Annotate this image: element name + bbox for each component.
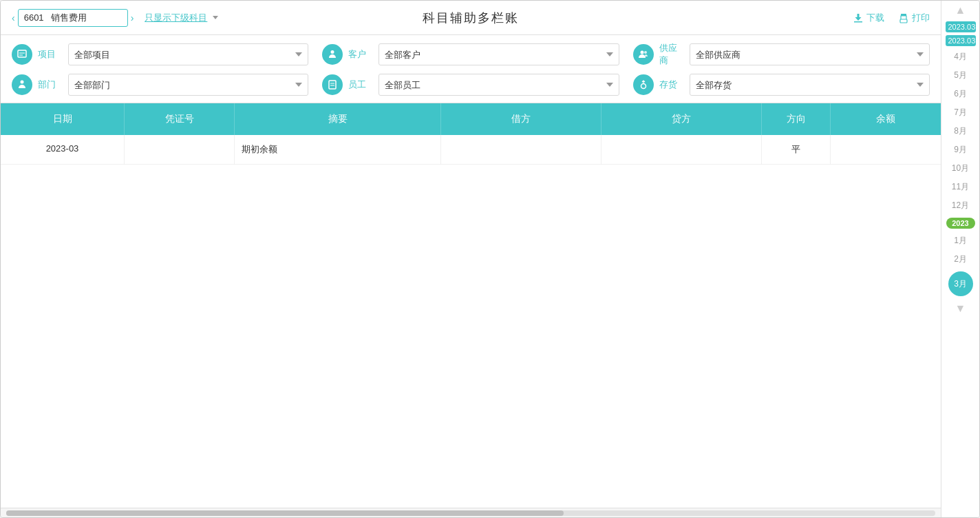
cell-summary: 期初余额: [235, 135, 441, 164]
table-header: 日期 凭证号 摘要 借方 贷方 方向 余额: [1, 103, 941, 135]
col-credit: 贷方: [601, 103, 762, 135]
filter-employee: 员工 全部员工: [322, 74, 619, 96]
dept-icon: [12, 74, 32, 95]
filter-dept: 部门 全部部门: [12, 74, 308, 96]
download-btn[interactable]: 下载: [853, 12, 884, 24]
dept-label: 部门: [38, 79, 63, 91]
main-window: ▲ 2023.03 2023.03 4月 5月 6月 7月 8月 9月 10月 …: [0, 0, 980, 518]
cell-balance: [831, 135, 941, 164]
timeline-month-5[interactable]: 5月: [941, 66, 979, 85]
project-icon: [12, 44, 32, 65]
inventory-select[interactable]: 全部存货: [690, 74, 930, 96]
filter-customer: 客户 全部客户: [322, 42, 619, 67]
filter-bar: 项目 全部项目 客户 全部客户: [1, 35, 941, 103]
cell-voucher: [125, 135, 235, 164]
table-body: 2023-03 期初余额 平: [1, 135, 941, 508]
timeline-month-9[interactable]: 9月: [941, 141, 979, 159]
inventory-label: 存货: [659, 79, 684, 91]
customer-select[interactable]: 全部客户: [379, 43, 619, 65]
timeline-month-8[interactable]: 8月: [941, 122, 979, 141]
project-label: 项目: [38, 48, 63, 61]
svg-rect-2: [18, 50, 26, 57]
timeline-month-12[interactable]: 12月: [941, 196, 979, 215]
supplier-label: 供应商: [659, 42, 684, 67]
only-sub-btn[interactable]: 只显示下级科目: [145, 12, 218, 24]
horizontal-scrollbar[interactable]: [1, 508, 941, 517]
print-icon: [898, 12, 909, 23]
cell-debit: [441, 135, 601, 164]
svg-point-7: [21, 81, 24, 84]
table-container: 日期 凭证号 摘要 借方 贷方 方向 余额 2023-03 期初余额 平: [1, 103, 941, 517]
account-code: 6601: [24, 12, 44, 23]
col-balance: 余额: [831, 103, 941, 135]
col-date: 日期: [1, 103, 125, 135]
timeline-down-btn[interactable]: ▼: [941, 299, 979, 318]
timeline-month-7[interactable]: 7月: [941, 103, 979, 122]
table-row[interactable]: 2023-03 期初余额 平: [1, 135, 941, 165]
title-bar: ‹ 6601 销售费用 › 只显示下级科目 科目辅助多栏账 下载: [1, 1, 941, 35]
account-name: 销售费用: [51, 12, 87, 23]
account-selector[interactable]: 6601 销售费用: [18, 9, 128, 27]
filter-project: 项目 全部项目: [12, 42, 308, 67]
timeline-month-4[interactable]: 4月: [941, 48, 979, 66]
col-debit: 借方: [441, 103, 601, 135]
col-voucher: 凭证号: [125, 103, 235, 135]
inventory-icon: [633, 74, 654, 95]
timeline-date-badge-1[interactable]: 2023.03: [946, 21, 976, 32]
filter-supplier: 供应商 全部供应商: [633, 42, 930, 67]
timeline-month-3-active[interactable]: 3月: [948, 271, 973, 296]
prev-account-btn[interactable]: ‹: [12, 12, 15, 23]
svg-point-5: [640, 51, 643, 54]
timeline-panel: ▲ 2023.03 2023.03 4月 5月 6月 7月 8月 9月 10月 …: [941, 1, 979, 517]
scrollbar-track: [6, 510, 935, 516]
project-select[interactable]: 全部项目: [68, 43, 308, 65]
cell-date: 2023-03: [1, 135, 125, 164]
scrollbar-thumb[interactable]: [6, 510, 564, 516]
page-title: 科目辅助多栏账: [423, 10, 519, 26]
timeline-month-2[interactable]: 2月: [941, 250, 979, 269]
col-summary: 摘要: [235, 103, 441, 135]
svg-rect-1: [901, 14, 906, 16]
svg-point-6: [644, 51, 647, 54]
svg-rect-0: [900, 19, 907, 23]
svg-rect-8: [329, 81, 336, 89]
timeline-up-btn[interactable]: ▲: [941, 1, 979, 20]
print-btn[interactable]: 打印: [898, 12, 930, 24]
timeline-month-6[interactable]: 6月: [941, 85, 979, 103]
main-content: ‹ 6601 销售费用 › 只显示下级科目 科目辅助多栏账 下载: [1, 1, 941, 517]
employee-icon: [322, 74, 343, 95]
employee-label: 员工: [348, 79, 373, 91]
supplier-select[interactable]: 全部供应商: [690, 43, 930, 65]
timeline-month-1[interactable]: 1月: [941, 231, 979, 250]
timeline-date-badge-2[interactable]: 2023.03: [946, 35, 976, 46]
next-account-btn[interactable]: ›: [131, 12, 134, 23]
only-sub-label: 只显示下级科目: [145, 12, 207, 24]
year-label: 2023: [946, 218, 975, 229]
employee-select[interactable]: 全部员工: [379, 74, 619, 96]
col-direction: 方向: [762, 103, 831, 135]
only-sub-chevron: [213, 16, 218, 19]
cell-direction: 平: [762, 135, 831, 164]
cell-credit: [601, 135, 762, 164]
filter-inventory: 存货 全部存货: [633, 74, 930, 96]
supplier-icon: [633, 44, 654, 65]
customer-label: 客户: [348, 48, 373, 61]
dept-select[interactable]: 全部部门: [68, 74, 308, 96]
customer-icon: [322, 44, 343, 65]
toolbar-right: 下载 打印: [853, 12, 930, 24]
download-icon: [853, 12, 864, 23]
timeline-month-11[interactable]: 11月: [941, 178, 979, 196]
timeline-month-10[interactable]: 10月: [941, 159, 979, 178]
svg-point-11: [641, 84, 646, 89]
